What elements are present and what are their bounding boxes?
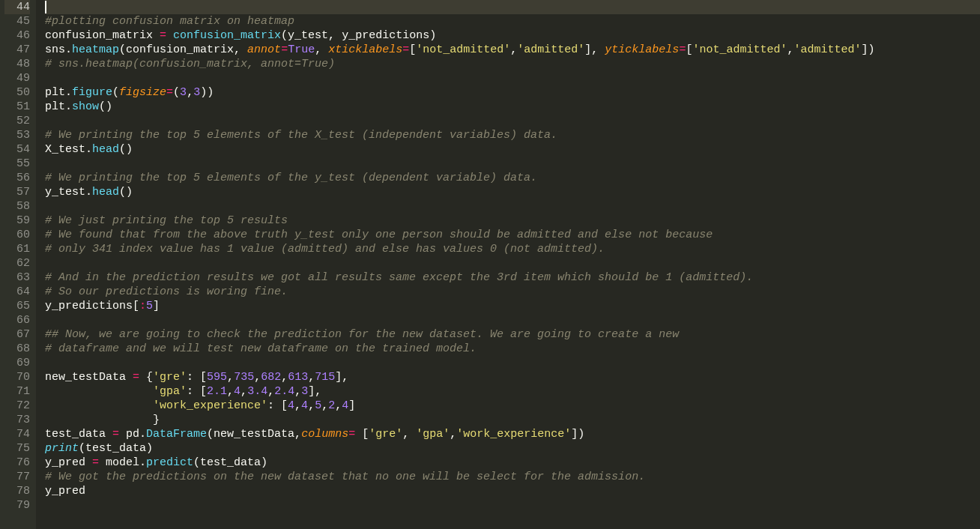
code-line[interactable]: confusion_matrix = confusion_matrix(y_te… bbox=[45, 28, 980, 43]
token: test_data bbox=[45, 428, 112, 441]
token: 3 bbox=[301, 385, 308, 398]
line-number: 61 bbox=[4, 242, 30, 256]
code-line[interactable]: y_pred bbox=[45, 484, 980, 498]
token: , bbox=[335, 399, 342, 412]
code-line[interactable]: X_test.head() bbox=[45, 142, 980, 157]
token: : [ bbox=[187, 385, 207, 398]
line-number: 47 bbox=[4, 43, 30, 57]
token: : bbox=[139, 300, 146, 312]
token: figsize bbox=[119, 86, 166, 99]
token: , bbox=[294, 385, 301, 398]
line-number: 57 bbox=[4, 185, 30, 199]
code-line[interactable] bbox=[45, 498, 980, 513]
code-editor[interactable]: 4445464748495051525354555657585960616263… bbox=[0, 0, 980, 529]
code-line[interactable]: # So our predictions is woring fine. bbox=[45, 285, 980, 299]
token: . bbox=[139, 456, 146, 469]
code-line[interactable]: 'gpa': [2.1,4,3.4,2.4,3], bbox=[45, 384, 980, 399]
token: 'gpa' bbox=[416, 428, 450, 441]
token: 'gre' bbox=[153, 371, 187, 384]
code-line[interactable] bbox=[45, 256, 980, 270]
token: , bbox=[254, 371, 261, 384]
token: , bbox=[510, 43, 517, 56]
code-line[interactable]: # only 341 index value has 1 value (admi… bbox=[45, 242, 980, 256]
token: = bbox=[348, 428, 355, 441]
token: y_predictions[ bbox=[45, 300, 139, 312]
line-number: 56 bbox=[4, 171, 30, 185]
line-number: 79 bbox=[4, 498, 30, 513]
code-line[interactable]: y_predictions[:5] bbox=[45, 299, 980, 313]
code-line[interactable]: # We printing the top 5 elements of the … bbox=[45, 171, 980, 185]
code-line[interactable]: ## Now, we are going to check the predic… bbox=[45, 327, 980, 342]
token: . bbox=[139, 428, 146, 441]
code-line[interactable] bbox=[45, 157, 980, 171]
token bbox=[45, 399, 153, 412]
token: 613 bbox=[288, 371, 308, 384]
token: # We printing the top 5 elements of the … bbox=[45, 129, 557, 142]
token: , bbox=[591, 43, 598, 56]
code-line[interactable]: 'work_experience': [4,4,5,2,4] bbox=[45, 399, 980, 413]
token: 'work_experience' bbox=[153, 399, 267, 412]
code-line[interactable]: print(test_data) bbox=[45, 441, 980, 456]
token: predict bbox=[146, 456, 193, 469]
line-number-gutter: 4445464748495051525354555657585960616263… bbox=[0, 0, 36, 529]
token bbox=[45, 385, 153, 398]
token: 4 bbox=[288, 399, 294, 412]
code-line[interactable]: # We got the predictions on the new data… bbox=[45, 470, 980, 484]
line-number: 46 bbox=[4, 28, 30, 43]
line-number: 53 bbox=[4, 128, 30, 142]
token: ] bbox=[584, 43, 591, 56]
token: 3.4 bbox=[247, 385, 267, 398]
code-line[interactable]: # We printing the top 5 elements of the … bbox=[45, 128, 980, 142]
code-line[interactable]: # sns.heatmap(confusion_matrix, annot=Tr… bbox=[45, 57, 980, 71]
code-line[interactable]: } bbox=[45, 413, 980, 427]
code-line[interactable]: # We found that from the above truth y_t… bbox=[45, 228, 980, 242]
code-line[interactable] bbox=[45, 313, 980, 327]
code-line[interactable] bbox=[45, 356, 980, 370]
token: } bbox=[45, 414, 160, 426]
code-line[interactable]: plt.show() bbox=[45, 100, 980, 114]
line-number: 77 bbox=[4, 470, 30, 484]
code-line[interactable] bbox=[45, 114, 980, 128]
token: 3 bbox=[180, 86, 187, 99]
line-number: 62 bbox=[4, 256, 30, 270]
token: y_predictions) bbox=[335, 29, 436, 42]
line-number: 74 bbox=[4, 427, 30, 441]
token: confusion_matrix bbox=[45, 29, 160, 42]
code-line[interactable]: y_pred = model.predict(test_data) bbox=[45, 456, 980, 470]
token: confusion_matrix bbox=[173, 29, 281, 42]
token: # And in the prediction results we got a… bbox=[45, 271, 753, 284]
code-line[interactable]: # We just printing the top 5 results bbox=[45, 214, 980, 228]
token: 'gpa' bbox=[153, 385, 187, 398]
token: show bbox=[72, 100, 99, 113]
code-line[interactable]: # And in the prediction results we got a… bbox=[45, 270, 980, 285]
token: : [ bbox=[267, 399, 288, 412]
token: (new_testData bbox=[207, 428, 294, 441]
code-area[interactable]: #plotting confusion matrix on heatmapcon… bbox=[36, 0, 980, 529]
code-line[interactable]: test_data = pd.DataFrame(new_testData,co… bbox=[45, 427, 980, 441]
line-number: 44 bbox=[4, 0, 30, 14]
code-line[interactable]: new_testData = {'gre': [595,735,682,613,… bbox=[45, 370, 980, 384]
code-line[interactable] bbox=[45, 71, 980, 85]
code-line[interactable]: y_test.head() bbox=[45, 185, 980, 199]
token: (test_data) bbox=[79, 442, 153, 455]
line-number: 66 bbox=[4, 313, 30, 327]
code-line[interactable]: # dataframe and we will test new datafra… bbox=[45, 342, 980, 356]
token: 715 bbox=[315, 371, 335, 384]
token: pd bbox=[119, 428, 139, 441]
token: 'admitted' bbox=[793, 43, 861, 56]
code-line[interactable]: #plotting confusion matrix on heatmap bbox=[45, 14, 980, 28]
token: . bbox=[65, 43, 72, 56]
code-line[interactable] bbox=[45, 199, 980, 214]
line-number: 55 bbox=[4, 157, 30, 171]
line-number: 64 bbox=[4, 285, 30, 299]
code-line[interactable] bbox=[45, 0, 980, 14]
token: , bbox=[402, 428, 409, 441]
line-number: 71 bbox=[4, 384, 30, 399]
code-line[interactable]: plt.figure(figsize=(3,3)) bbox=[45, 85, 980, 100]
token: # sns.heatmap(confusion_matrix, annot=Tr… bbox=[45, 58, 335, 70]
code-line[interactable]: sns.heatmap(confusion_matrix, annot=True… bbox=[45, 43, 980, 57]
token: , bbox=[294, 399, 301, 412]
token: heatmap bbox=[72, 43, 119, 56]
text-cursor bbox=[45, 1, 46, 13]
token: 'not_admitted' bbox=[416, 43, 510, 56]
